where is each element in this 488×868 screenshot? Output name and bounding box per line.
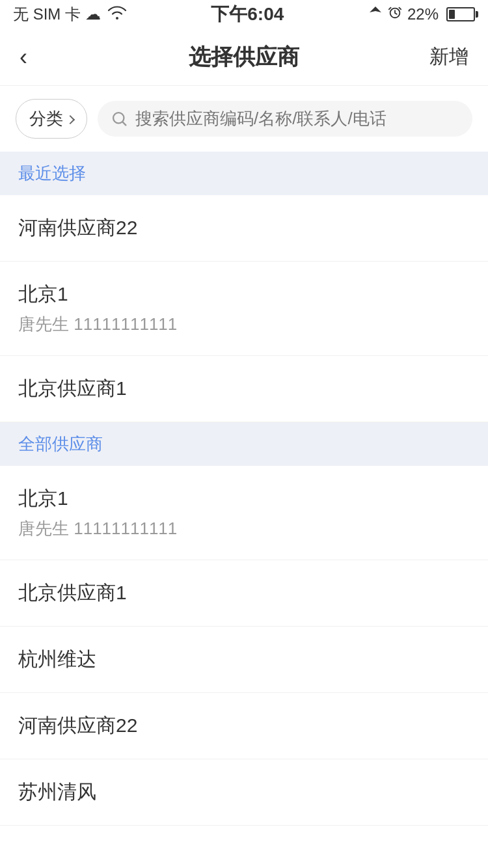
category-button[interactable]: 分类	[16, 99, 87, 139]
item-name: 北京1	[18, 485, 470, 512]
status-right: 22%	[368, 5, 475, 23]
alarm-icon	[388, 5, 402, 23]
wifi-icon	[107, 5, 127, 23]
back-button[interactable]: ‹	[20, 44, 59, 71]
status-bar: 无 SIM 卡 ☁ 下午6:04 22%	[0, 0, 488, 29]
all-list-item[interactable]: 北京供应商1	[0, 560, 488, 627]
recent-list-item[interactable]: 北京1唐先生 11111111111	[0, 262, 488, 356]
recent-items-list: 河南供应商22北京1唐先生 11111111111北京供应商1	[0, 195, 488, 422]
item-sub: 唐先生 11111111111	[18, 517, 470, 540]
category-label: 分类	[29, 107, 63, 130]
search-icon	[111, 110, 129, 128]
item-name: 河南供应商22	[18, 215, 470, 241]
all-items-list: 北京1唐先生 11111111111北京供应商1杭州维达河南供应商22苏州清风	[0, 466, 488, 826]
chevron-right-icon	[66, 115, 75, 124]
recent-list-item[interactable]: 河南供应商22	[0, 195, 488, 262]
search-input[interactable]	[135, 109, 459, 129]
recent-list-item[interactable]: 北京供应商1	[0, 356, 488, 422]
all-list-item[interactable]: 苏州清风	[0, 759, 488, 826]
search-box	[98, 101, 472, 137]
add-button[interactable]: 新增	[429, 44, 468, 70]
recent-section-label: 最近选择	[18, 163, 86, 183]
item-name: 北京供应商1	[18, 375, 470, 402]
battery-percentage: 22%	[407, 5, 439, 23]
recent-section-header: 最近选择	[0, 152, 488, 195]
location-icon	[368, 5, 383, 23]
all-list-item[interactable]: 河南供应商22	[0, 693, 488, 759]
page-title: 选择供应商	[189, 42, 299, 72]
status-left: 无 SIM 卡 ☁	[13, 4, 127, 25]
item-name: 北京1	[18, 281, 470, 308]
item-name: 北京供应商1	[18, 580, 470, 606]
item-name: 杭州维达	[18, 646, 470, 673]
nav-bar: ‹ 选择供应商 新增	[0, 29, 488, 86]
status-time: 下午6:04	[211, 2, 284, 27]
all-section-label: 全部供应商	[18, 434, 103, 454]
filter-bar: 分类	[0, 86, 488, 152]
all-section-header: 全部供应商	[0, 422, 488, 466]
sim-status: 无 SIM 卡 ☁	[13, 4, 101, 25]
item-name: 苏州清风	[18, 779, 470, 806]
item-sub: 唐先生 11111111111	[18, 313, 470, 336]
all-list-item[interactable]: 杭州维达	[0, 627, 488, 693]
all-list-item[interactable]: 北京1唐先生 11111111111	[0, 466, 488, 560]
battery-icon	[446, 7, 475, 21]
item-name: 河南供应商22	[18, 712, 470, 739]
